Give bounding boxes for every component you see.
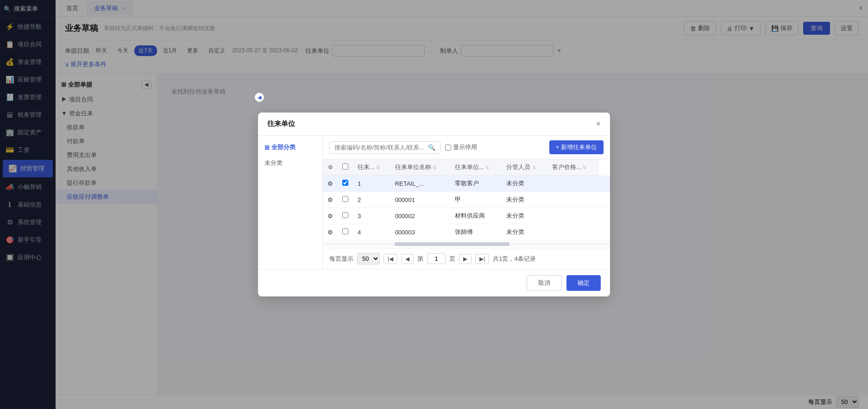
row-num: 2 bbox=[353, 192, 390, 208]
row-code: 000001 bbox=[390, 192, 450, 208]
row-price bbox=[599, 208, 610, 224]
table-body: ⚙ 1 RETAIL_... 零散客户 未分类 ⚙ 2 000001 甲 未分类… bbox=[323, 176, 610, 240]
row-manager bbox=[547, 176, 599, 192]
cancel-button[interactable]: 取消 bbox=[527, 275, 562, 291]
row-checkbox[interactable] bbox=[342, 228, 348, 234]
dialog-left-panel: ⊞ 全部分类 未分类 ◀ bbox=[258, 136, 323, 269]
page-label-suffix: 页 bbox=[449, 255, 455, 263]
dialog-right-panel: 🔍 显示停用 + 新增往来单位 ⚙ bbox=[323, 136, 610, 269]
table-row[interactable]: ⚙ 4 000003 张師傅 未分类 bbox=[323, 224, 610, 240]
row-manager bbox=[547, 192, 599, 208]
row-code: RETAIL_... bbox=[390, 176, 450, 192]
row-price bbox=[599, 192, 610, 208]
table-row[interactable]: ⚙ 1 RETAIL_... 零散客户 未分类 bbox=[323, 176, 610, 192]
confirm-button[interactable]: 确定 bbox=[566, 275, 601, 291]
dialog-toolbar: 🔍 显示停用 + 新增往来单位 bbox=[323, 136, 610, 159]
row-manager bbox=[547, 208, 599, 224]
th-code: 往来... ⇅ bbox=[353, 159, 390, 176]
partner-table: ⚙ 往来... ⇅ 往来单位名称 ⇅ 往来单位... ⇅ 分管人员 ⇅ 客户价格… bbox=[323, 159, 610, 240]
row-category: 未分类 bbox=[502, 176, 547, 192]
first-page-button[interactable]: |◀ bbox=[384, 254, 397, 264]
th-settings: ⚙ bbox=[323, 159, 338, 176]
row-manager bbox=[547, 224, 599, 240]
row-num: 3 bbox=[353, 208, 390, 224]
dialog-table: ⚙ 往来... ⇅ 往来单位名称 ⇅ 往来单位... ⇅ 分管人员 ⇅ 客户价格… bbox=[323, 159, 610, 248]
next-page-button[interactable]: ▶ bbox=[459, 254, 472, 264]
prev-page-button[interactable]: ◀ bbox=[401, 254, 414, 264]
search-box: 🔍 bbox=[329, 141, 440, 154]
row-num: 4 bbox=[353, 224, 390, 240]
th-manager: 分管人员 ⇅ bbox=[502, 159, 547, 176]
dialog-close-button[interactable]: × bbox=[596, 119, 601, 129]
row-code: 000002 bbox=[390, 208, 450, 224]
dialog-pagination: 每页显示 50 |◀ ◀ 第 页 ▶ ▶| 共1页，4条记录 bbox=[323, 248, 610, 269]
show-disabled-checkbox[interactable] bbox=[445, 145, 451, 151]
per-page-label: 每页显示 bbox=[329, 255, 353, 263]
row-name: 张師傅 bbox=[450, 224, 502, 240]
horizontal-scrollbar[interactable] bbox=[323, 242, 610, 246]
row-checkbox-cell[interactable] bbox=[338, 224, 353, 240]
dialog-body: ⊞ 全部分类 未分类 ◀ 🔍 bbox=[258, 136, 610, 269]
row-checkbox-cell[interactable] bbox=[338, 192, 353, 208]
row-name: 甲 bbox=[450, 192, 502, 208]
scrollbar-thumb bbox=[395, 242, 509, 246]
table-row[interactable]: ⚙ 2 000001 甲 未分类 bbox=[323, 192, 610, 208]
th-price: 客户价格... ⇅ bbox=[547, 159, 599, 176]
partner-search-input[interactable] bbox=[334, 144, 425, 151]
per-page-select[interactable]: 50 bbox=[357, 253, 380, 264]
table-head: ⚙ 往来... ⇅ 往来单位名称 ⇅ 往来单位... ⇅ 分管人员 ⇅ 客户价格… bbox=[323, 159, 610, 176]
search-icon: 🔍 bbox=[428, 144, 435, 151]
row-settings-icon: ⚙ bbox=[323, 192, 338, 208]
row-category: 未分类 bbox=[502, 224, 547, 240]
row-checkbox[interactable] bbox=[342, 180, 348, 186]
total-label: 共1页，4条记录 bbox=[493, 255, 535, 263]
row-code: 000003 bbox=[390, 224, 450, 240]
dialog-header: 往来单位 × bbox=[258, 113, 610, 136]
dialog-left-item-uncategorized[interactable]: 未分类 bbox=[258, 155, 322, 171]
last-page-button[interactable]: ▶| bbox=[475, 254, 489, 264]
add-partner-button[interactable]: + 新增往来单位 bbox=[549, 140, 604, 154]
row-checkbox[interactable] bbox=[342, 212, 348, 218]
modal-overlay: 往来单位 × ⊞ 全部分类 未分类 ◀ bbox=[0, 0, 868, 409]
row-settings-icon: ⚙ bbox=[323, 224, 338, 240]
row-checkbox[interactable] bbox=[342, 196, 348, 202]
row-category: 未分类 bbox=[502, 192, 547, 208]
dialog-left-title: ⊞ 全部分类 bbox=[258, 140, 322, 155]
th-name: 往来单位名称 ⇅ bbox=[390, 159, 450, 176]
row-settings-icon: ⚙ bbox=[323, 176, 338, 192]
row-price bbox=[599, 176, 610, 192]
row-category: 未分类 bbox=[502, 208, 547, 224]
table-row[interactable]: ⚙ 3 000002 材料供应商 未分类 bbox=[323, 208, 610, 224]
partner-dialog: 往来单位 × ⊞ 全部分类 未分类 ◀ bbox=[258, 113, 610, 296]
page-label-prefix: 第 bbox=[417, 255, 423, 263]
th-checkbox bbox=[338, 159, 353, 176]
dialog-title: 往来单位 bbox=[267, 120, 295, 128]
row-checkbox-cell[interactable] bbox=[338, 208, 353, 224]
select-all-checkbox[interactable] bbox=[342, 164, 348, 170]
show-disabled-label[interactable]: 显示停用 bbox=[445, 143, 477, 151]
row-checkbox-cell[interactable] bbox=[338, 176, 353, 192]
row-num: 1 bbox=[353, 176, 390, 192]
th-category: 往来单位... ⇅ bbox=[450, 159, 502, 176]
dialog-footer: 取消 确定 bbox=[258, 269, 610, 296]
row-price bbox=[599, 224, 610, 240]
row-name: 材料供应商 bbox=[450, 208, 502, 224]
row-name: 零散客户 bbox=[450, 176, 502, 192]
page-number-input[interactable] bbox=[427, 253, 446, 264]
grid-icon: ⊞ bbox=[264, 144, 270, 151]
row-settings-icon: ⚙ bbox=[323, 208, 338, 224]
